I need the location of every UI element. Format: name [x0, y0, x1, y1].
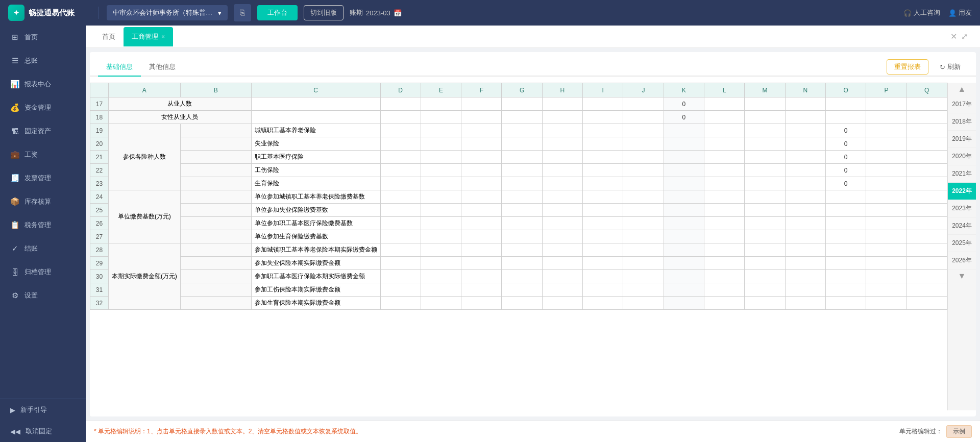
- cell-31-o[interactable]: [825, 283, 866, 297]
- cell-27-o[interactable]: [825, 230, 866, 243]
- cell-28-b[interactable]: [180, 243, 251, 257]
- cell-23-c[interactable]: 生育保险: [251, 177, 380, 190]
- cell-19-j[interactable]: [623, 124, 664, 137]
- cell-20-l[interactable]: [704, 137, 744, 151]
- cell-28-h[interactable]: [542, 243, 582, 257]
- company-selector[interactable]: 中审众环会计师事务所（特殊普通合伙... ▾: [107, 5, 228, 20]
- sidebar-item-assets[interactable]: 🏗 固定资产: [0, 119, 86, 143]
- cell-19-g[interactable]: [502, 124, 542, 137]
- cell-22-d[interactable]: [380, 164, 421, 177]
- cell-22-i[interactable]: [583, 164, 623, 177]
- cell-29-n[interactable]: [785, 257, 825, 270]
- cell-20-n[interactable]: [785, 137, 825, 151]
- cell-30-m[interactable]: [745, 270, 785, 283]
- cell-27-d[interactable]: [380, 230, 421, 243]
- tab-home[interactable]: 首页: [94, 27, 124, 46]
- cell-17-h[interactable]: [542, 97, 582, 111]
- cell-22-m[interactable]: [745, 164, 785, 177]
- sidebar-item-payroll[interactable]: 💼 工资: [0, 143, 86, 166]
- cell-26-k[interactable]: [664, 217, 704, 230]
- cell-26-i[interactable]: [583, 217, 623, 230]
- cell-27-k[interactable]: [664, 230, 704, 243]
- cell-32-c[interactable]: 参加生育保险本期实际缴费金额: [251, 297, 380, 310]
- sidebar-item-settings[interactable]: ⚙ 设置: [0, 284, 86, 307]
- cell-24-c[interactable]: 单位参加城镇职工基本养老保险缴费基数: [251, 190, 380, 204]
- cell-21-m[interactable]: [745, 151, 785, 164]
- cell-31-l[interactable]: [704, 283, 744, 297]
- year-item-2018[interactable]: 2018年: [948, 113, 976, 131]
- sub-tab-other[interactable]: 其他信息: [141, 58, 184, 77]
- cell-29-d[interactable]: [380, 257, 421, 270]
- cell-23-o[interactable]: 0: [825, 177, 866, 190]
- cell-26-o[interactable]: [825, 217, 866, 230]
- cell-31-d[interactable]: [380, 283, 421, 297]
- cell-31-c[interactable]: 参加工伤保险本期实际缴费金额: [251, 283, 380, 297]
- cell-20-g[interactable]: [502, 137, 542, 151]
- cell-30-e[interactable]: [421, 270, 461, 283]
- cell-17-m[interactable]: [745, 97, 785, 111]
- cell-23-j[interactable]: [623, 177, 664, 190]
- cell-19-d[interactable]: [380, 124, 421, 137]
- cell-22-j[interactable]: [623, 164, 664, 177]
- year-item-2017[interactable]: 2017年: [948, 96, 976, 113]
- cell-22-f[interactable]: [461, 164, 502, 177]
- sidebar-item-ledger[interactable]: ☰ 总账: [0, 49, 86, 72]
- cell-29-m[interactable]: [745, 257, 785, 270]
- cell-19-p[interactable]: [866, 124, 906, 137]
- cell-27-h[interactable]: [542, 230, 582, 243]
- year-item-2023[interactable]: 2023年: [948, 200, 976, 217]
- cell-25-i[interactable]: [583, 204, 623, 217]
- cell-29-i[interactable]: [583, 257, 623, 270]
- cell-26-d[interactable]: [380, 217, 421, 230]
- cell-24-n[interactable]: [785, 190, 825, 204]
- cell-26-j[interactable]: [623, 217, 664, 230]
- cell-30-h[interactable]: [542, 270, 582, 283]
- cell-25-l[interactable]: [704, 204, 744, 217]
- cell-31-j[interactable]: [623, 283, 664, 297]
- cell-26-n[interactable]: [785, 217, 825, 230]
- cell-27-l[interactable]: [704, 230, 744, 243]
- cell-32-l[interactable]: [704, 297, 744, 310]
- cell-29-j[interactable]: [623, 257, 664, 270]
- cell-32-n[interactable]: [785, 297, 825, 310]
- cell-24-o[interactable]: [825, 190, 866, 204]
- cell-23-i[interactable]: [583, 177, 623, 190]
- cell-22-o[interactable]: 0: [825, 164, 866, 177]
- cell-29-e[interactable]: [421, 257, 461, 270]
- cell-28-j[interactable]: [623, 243, 664, 257]
- year-item-2022[interactable]: 2022年: [948, 183, 976, 200]
- cell-20-i[interactable]: [583, 137, 623, 151]
- cell-20-d[interactable]: [380, 137, 421, 151]
- cell-18-m[interactable]: [745, 111, 785, 124]
- cell-28-m[interactable]: [745, 243, 785, 257]
- cell-19-b[interactable]: [180, 124, 251, 137]
- cell-27-p[interactable]: [866, 230, 906, 243]
- cell-28-g[interactable]: [502, 243, 542, 257]
- cell-30-g[interactable]: [502, 270, 542, 283]
- cell-17-g[interactable]: [502, 97, 542, 111]
- cell-23-l[interactable]: [704, 177, 744, 190]
- cell-21-e[interactable]: [421, 151, 461, 164]
- cell-29-l[interactable]: [704, 257, 744, 270]
- cell-26-m[interactable]: [745, 217, 785, 230]
- cell-17-c[interactable]: [251, 97, 380, 111]
- sidebar-item-newbie[interactable]: ▶ 新手引导: [0, 399, 86, 421]
- cell-22-k[interactable]: [664, 164, 704, 177]
- close-button[interactable]: ✕: [950, 32, 957, 41]
- cell-28-i[interactable]: [583, 243, 623, 257]
- sidebar-item-invoice[interactable]: 🧾 发票管理: [0, 166, 86, 190]
- cell-19-q[interactable]: [906, 124, 947, 137]
- cell-24-k[interactable]: [664, 190, 704, 204]
- cell-30-l[interactable]: [704, 270, 744, 283]
- cell-20-o[interactable]: 0: [825, 137, 866, 151]
- copy-icon-btn[interactable]: ⎘: [234, 4, 251, 21]
- cell-25-d[interactable]: [380, 204, 421, 217]
- cell-21-q[interactable]: [906, 151, 947, 164]
- cell-17-e[interactable]: [421, 97, 461, 111]
- cell-27-q[interactable]: [906, 230, 947, 243]
- cell-19-f[interactable]: [461, 124, 502, 137]
- cell-27-f[interactable]: [461, 230, 502, 243]
- cell-17-n[interactable]: [785, 97, 825, 111]
- cell-27-n[interactable]: [785, 230, 825, 243]
- cell-25-j[interactable]: [623, 204, 664, 217]
